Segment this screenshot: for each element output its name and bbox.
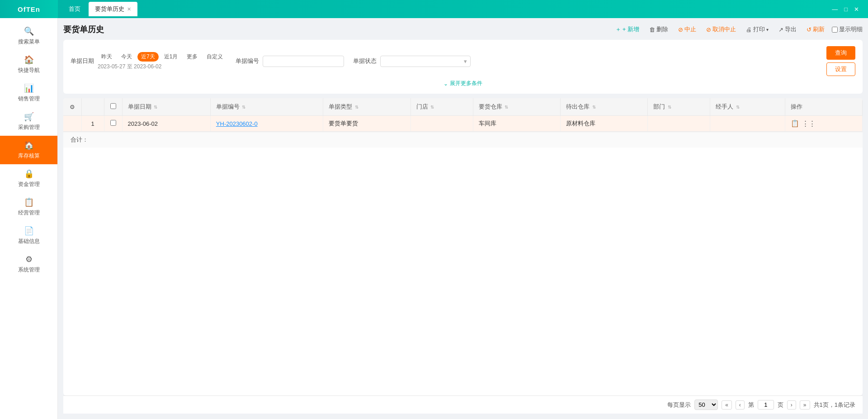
stop-label: 中止	[684, 25, 696, 33]
tab-requisition-history[interactable]: 要货单历史 ✕	[89, 2, 137, 16]
close-window-icon[interactable]: ✕	[854, 6, 859, 13]
expand-more-btn[interactable]: ⌄ 展开更多条件	[71, 80, 855, 87]
date-range-text: 2023-05-27 至 2023-06-02	[98, 63, 226, 71]
purchase-icon: 🛒	[24, 112, 34, 122]
row-wait-wh-cell: 原材料仓库	[561, 116, 648, 132]
top-bar: OfTEn 首页 要货单历史 ✕ — □ ✕	[0, 0, 868, 18]
refresh-button[interactable]: ↺ 刷新	[804, 24, 827, 35]
minimize-icon[interactable]: —	[832, 6, 838, 13]
sidebar-item-ops[interactable]: 📋 经营管理	[0, 193, 57, 221]
sidebar-item-finance[interactable]: 🔒 资金管理	[0, 164, 57, 193]
doc-no-input[interactable]	[263, 56, 344, 67]
table-row: 1 2023-06-02 YH-20230602-0 要货单要货 车间库 原材料…	[63, 116, 863, 132]
page-title: 要货单历史	[63, 24, 104, 35]
next-page-btn[interactable]: ›	[787, 400, 796, 409]
dept-sort-icon: ⇅	[668, 105, 671, 110]
stop-button[interactable]: ⊘ 中止	[675, 24, 699, 35]
export-icon: ↗	[778, 26, 783, 33]
row-checkbox[interactable]	[110, 120, 116, 126]
status-select[interactable]	[380, 56, 471, 67]
set-button[interactable]: 设置	[826, 62, 855, 76]
maximize-icon[interactable]: □	[844, 6, 848, 13]
sidebar-item-inventory[interactable]: 🏠 库存核算	[0, 136, 57, 164]
status-select-wrapper	[380, 56, 471, 67]
pill-more[interactable]: 更多	[183, 52, 201, 62]
col-settings[interactable]: ⚙	[63, 98, 81, 116]
col-date[interactable]: 单据日期 ⇅	[122, 98, 210, 116]
col-dept[interactable]: 部门 ⇅	[648, 98, 710, 116]
sidebar-item-quick-label: 快捷导航	[18, 67, 40, 74]
show-detail-toggle[interactable]: 显示明细	[832, 25, 863, 33]
col-handler[interactable]: 经手人 ⇅	[710, 98, 785, 116]
show-detail-checkbox[interactable]	[832, 27, 838, 33]
page-size-select[interactable]: 10 20 50 100	[694, 400, 718, 410]
row-more-icon[interactable]: ⋮⋮	[802, 119, 816, 128]
row-req-wh-cell: 车间库	[473, 116, 560, 132]
tab-close-icon[interactable]: ✕	[127, 6, 131, 12]
sidebar-item-search-menu[interactable]: 🔍 搜索菜单	[0, 22, 57, 50]
req-wh-sort-icon: ⇅	[505, 105, 508, 110]
pill-yesterday[interactable]: 昨天	[98, 52, 116, 62]
filter-row-1: 单据日期 昨天 今天 近7天 近1月 更多 自定义 2023-05-27 至 2…	[71, 46, 855, 76]
select-all-checkbox[interactable]	[110, 103, 116, 109]
prev-page-btn[interactable]: ‹	[736, 400, 745, 409]
query-button[interactable]: 查询	[826, 46, 855, 60]
tab-home[interactable]: 首页	[62, 2, 87, 16]
sidebar-item-basic-info[interactable]: 📄 基础信息	[0, 221, 57, 250]
sidebar-item-basic-label: 基础信息	[18, 238, 40, 245]
pill-1month[interactable]: 近1月	[160, 52, 182, 62]
new-button[interactable]: ＋ + 新增	[613, 24, 642, 35]
sales-icon: 📊	[24, 83, 34, 93]
doc-no-label: 单据编号	[236, 57, 259, 65]
last-page-btn[interactable]: »	[800, 400, 810, 409]
col-doc-no[interactable]: 单据编号 ⇅	[210, 98, 323, 116]
page-number-input[interactable]	[758, 400, 774, 409]
col-wait-warehouse[interactable]: 待出仓库 ⇅	[561, 98, 648, 116]
date-filter-group: 单据日期 昨天 今天 近7天 近1月 更多 自定义 2023-05-27 至 2…	[71, 52, 226, 71]
row-edit-icon[interactable]: 📋	[791, 119, 799, 128]
pill-today[interactable]: 今天	[118, 52, 136, 62]
col-action: 操作	[785, 98, 863, 116]
col-doc-type[interactable]: 单据类型 ⇅	[323, 98, 410, 116]
sidebar-item-sales[interactable]: 📊 销售管理	[0, 79, 57, 107]
finance-icon: 🔒	[24, 169, 34, 179]
print-label: 打印	[753, 25, 765, 33]
row-settings-cell	[63, 116, 81, 132]
print-button[interactable]: 🖨 打印 ▾	[743, 24, 771, 35]
row-action-buttons: 📋 ⋮⋮	[791, 119, 857, 128]
table-footer: 合计：	[63, 132, 863, 148]
sidebar-item-sys-mgmt[interactable]: ⚙ 系统管理	[0, 250, 57, 278]
col-req-warehouse[interactable]: 要货仓库 ⇅	[473, 98, 560, 116]
table-container: ⚙ 单据日期 ⇅ 单据编号 ⇅	[63, 98, 863, 395]
pagination-bar: 每页显示 10 20 50 100 « ‹ 第 页 › » 共1页，1条记录	[63, 395, 863, 414]
col-store[interactable]: 门店 ⇅	[410, 98, 473, 116]
row-check-cell	[104, 116, 122, 132]
page-label2: 页	[778, 401, 783, 409]
sidebar-item-purchase[interactable]: 🛒 采购管理	[0, 107, 57, 136]
date-pills: 昨天 今天 近7天 近1月 更多 自定义	[98, 52, 226, 62]
show-detail-label: 显示明细	[839, 25, 863, 33]
table-header-row: ⚙ 单据日期 ⇅ 单据编号 ⇅	[63, 98, 863, 116]
brand-name: OfTEn	[18, 5, 40, 13]
pill-custom[interactable]: 自定义	[203, 52, 226, 62]
delete-button[interactable]: 🗑 删除	[646, 24, 671, 35]
print-icon: 🖨	[746, 26, 752, 33]
first-page-btn[interactable]: «	[722, 400, 732, 409]
date-pills-container: 昨天 今天 近7天 近1月 更多 自定义 2023-05-27 至 2023-0…	[98, 52, 226, 71]
doc-no-filter-group: 单据编号	[236, 56, 344, 67]
export-button[interactable]: ↗ 导出	[776, 24, 799, 35]
row-doc-type-cell: 要货单要货	[323, 116, 410, 132]
row-handler-cell	[710, 116, 785, 132]
requisition-table: ⚙ 单据日期 ⇅ 单据编号 ⇅	[63, 98, 863, 132]
col-num	[81, 98, 104, 116]
row-dept-cell	[648, 116, 710, 132]
doc-no-link[interactable]: YH-20230602-0	[216, 120, 258, 127]
pill-7days[interactable]: 近7天	[137, 52, 159, 62]
sidebar-item-quick-nav[interactable]: 🏠 快捷导航	[0, 50, 57, 79]
refresh-label: 刷新	[813, 25, 825, 33]
main-layout: 🔍 搜索菜单 🏠 快捷导航 📊 销售管理 🛒 采购管理 🏠 库存核算 🔒 资金管…	[0, 18, 868, 419]
delete-icon: 🗑	[649, 26, 655, 33]
cancel-stop-button[interactable]: ⊘ 取消中止	[703, 24, 739, 35]
sidebar-item-search-label: 搜索菜单	[18, 38, 40, 46]
page-label: 第	[748, 401, 754, 409]
